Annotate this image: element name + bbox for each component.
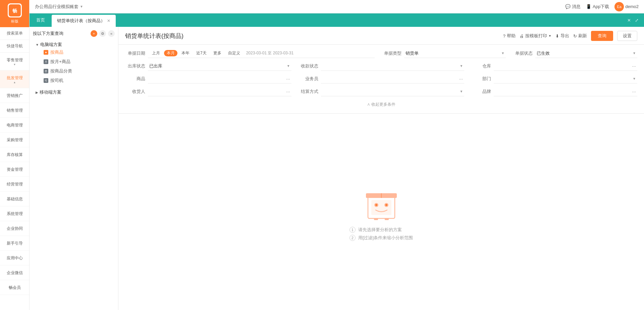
date-pill-this-month[interactable]: 本月 [164, 50, 177, 56]
search-menu-item[interactable]: 搜索菜单 [0, 27, 29, 40]
chevron-icon-retail: ▼ [2, 63, 28, 66]
tree-expand-icon: ▼ [36, 43, 39, 47]
dots-icon-warehouse[interactable]: ··· [632, 63, 636, 69]
order-type-value[interactable]: 销货单 ▼ [404, 49, 506, 58]
date-pill-custom[interactable]: 自定义 [225, 50, 243, 56]
filter-conditions: 单据日期 上月 本月 本年 近7天 更多 自定义 2023-03-01 至 20… [118, 45, 644, 114]
filter-field-brand: 品牌 ··· [471, 87, 637, 96]
date-pill-7days[interactable]: 近7天 [194, 50, 209, 56]
settings-plan-button[interactable]: ⚙ [99, 30, 106, 37]
goods-value[interactable]: ··· [148, 74, 291, 84]
settlement-value[interactable]: ▼ [321, 87, 465, 96]
filter-field-order-status: 单据状态 已生效 ▼ [513, 49, 637, 58]
sidebar-item-finance[interactable]: 资金管理 [0, 162, 29, 177]
date-pill-more[interactable]: 更多 [211, 50, 224, 56]
out-status-text: 已出库 [149, 63, 162, 69]
tree-child-by-cashier[interactable]: 司 按司机 [41, 76, 112, 85]
template-print-button[interactable]: 🖨 按模板打印 ▼ [520, 33, 551, 39]
dots-icon-goods[interactable]: ··· [286, 76, 290, 82]
plan-icon-by-month-goods: 月 [44, 59, 48, 64]
date-pill-this-year[interactable]: 本年 [179, 50, 192, 56]
sidebar-label-enterprise: 企业协同 [2, 226, 28, 231]
settings-button[interactable]: 设置 [617, 31, 637, 41]
filter-field-order-type: 单据类型 销货单 ▼ [381, 49, 506, 58]
tab-sales-stats[interactable]: 销货单统计表（按商品） ✕ [52, 15, 116, 27]
sidebar-item-enterprise[interactable]: 企业协同 [0, 221, 29, 236]
query-button[interactable]: 查询 [591, 31, 613, 41]
filter-title-text: 按以下方案查询 [33, 31, 63, 37]
sidebar-label-purchase: 采购管理 [2, 137, 28, 143]
tree-section-mobile[interactable]: ▶ 移动端方案 [33, 87, 115, 97]
collapse-conditions-button[interactable]: ∧ 收起更多条件 [125, 100, 637, 109]
sidebar-item-ecommerce[interactable]: 电商管理 [0, 118, 29, 133]
refresh-button[interactable]: ↻ 刷新 [573, 33, 587, 39]
brand-value[interactable]: ··· [494, 87, 637, 96]
tip-text-1: 请先选择要分析的方案 [358, 227, 402, 233]
account-selector[interactable]: 办公用品行业模拟账套 ▼ [35, 4, 83, 10]
filter-field-department: 部门 ▼ [471, 74, 637, 84]
chevron-down-icon-collect-status: ▼ [460, 64, 463, 68]
logo-icon: 畅 [8, 3, 22, 17]
order-status-value[interactable]: 已生效 ▼ [535, 49, 637, 58]
quick-nav-item[interactable]: 快捷导航 [0, 40, 29, 53]
tree-child-by-category[interactable]: 类 按商品分类 [41, 66, 112, 76]
sidebar-item-sales[interactable]: 销售管理 [0, 103, 29, 118]
dots-icon-recipient[interactable]: ··· [286, 89, 290, 94]
close-window-icon[interactable]: ✕ [627, 18, 631, 23]
dots-icon-salesman[interactable]: ··· [459, 76, 463, 82]
sidebar-item-apps[interactable]: 应用中心 [0, 251, 29, 265]
tree-section-desktop[interactable]: ▼ 电脑端方案 ● 按商品 月 按月+商品 类 按商品分类 [33, 40, 115, 87]
sidebar-item-purchase[interactable]: 采购管理 [0, 133, 29, 147]
sidebar-label-ecommerce: 电商管理 [2, 122, 28, 128]
tab-home[interactable]: 首页 [30, 13, 52, 27]
sidebar-item-retail[interactable]: 零售管理 ▼ [0, 53, 29, 70]
sidebar-item-newbie[interactable]: 新手引导 [0, 236, 29, 251]
plan-icon-by-cashier: 司 [44, 78, 48, 83]
add-plan-button[interactable]: + [91, 30, 97, 37]
export-button[interactable]: ⬇ 导出 [555, 33, 569, 39]
out-status-value[interactable]: 已出库 ▼ [148, 61, 291, 71]
sidebar-item-marketing[interactable]: 营销推广 [0, 88, 29, 103]
tree-child-by-goods-label: 按商品 [50, 49, 63, 55]
date-pill-last-month[interactable]: 上月 [149, 50, 163, 56]
department-label: 部门 [471, 76, 491, 82]
collapse-panel-button[interactable]: « [108, 30, 115, 37]
sidebar-item-basic[interactable]: 基础信息 [0, 192, 29, 206]
sidebar-item-wechat[interactable]: 企业微信 [0, 265, 29, 280]
help-icon: ? [503, 34, 505, 39]
help-label: 帮助 [507, 33, 516, 39]
sidebar-item-inventory[interactable]: 库存核算 [0, 147, 29, 162]
filter-field-date: 单据日期 上月 本月 本年 近7天 更多 自定义 2023-03-01 至 20… [125, 49, 375, 58]
order-status-text: 已生效 [537, 50, 550, 56]
user-profile[interactable]: Ea demo2 [614, 2, 639, 11]
maximize-window-icon[interactable]: ⤢ [635, 18, 639, 23]
help-button[interactable]: ? 帮助 [503, 33, 516, 39]
filter-field-goods: 商品 ··· [125, 74, 291, 84]
dots-icon-brand[interactable]: ··· [632, 89, 636, 94]
collect-status-value[interactable]: ▼ [321, 61, 465, 71]
tree-child-by-cashier-label: 按司机 [50, 78, 63, 84]
tip-num-2: 2 [350, 235, 356, 241]
warehouse-value[interactable]: ··· [494, 61, 637, 71]
department-value[interactable]: ▼ [494, 74, 637, 84]
refresh-icon: ↻ [573, 34, 577, 39]
plan-icon-by-category: 类 [44, 69, 48, 73]
user-initial: Ea [617, 5, 622, 9]
sidebar-item-system[interactable]: 系统管理 [0, 206, 29, 221]
tree-child-by-month-goods[interactable]: 月 按月+商品 [41, 57, 112, 66]
salesman-value[interactable]: ··· [321, 74, 465, 84]
filter-field-salesman: 业务员 ··· [298, 74, 465, 84]
chevron-down-icon-settlement: ▼ [460, 90, 463, 93]
logo-area[interactable]: 畅 标版 [0, 0, 29, 27]
date-value[interactable]: 上月 本月 本年 近7天 更多 自定义 2023-03-01 至 2023-03… [148, 49, 375, 58]
sidebar-item-member[interactable]: 畅会员 [0, 280, 29, 295]
tree-child-by-goods[interactable]: ● 按商品 [41, 48, 112, 57]
app-download-button[interactable]: 📱 App下载 [586, 4, 609, 10]
tab-close-button[interactable]: ✕ [107, 18, 110, 23]
user-name: demo2 [625, 4, 639, 9]
recipient-value[interactable]: ··· [148, 87, 291, 96]
warehouse-label: 仓库 [471, 63, 491, 69]
message-button[interactable]: 💬 消息 [565, 4, 581, 10]
sidebar-item-operation[interactable]: 经营管理 [0, 177, 29, 192]
sidebar-item-wholesale[interactable]: 批发管理 ▲ [0, 70, 29, 88]
